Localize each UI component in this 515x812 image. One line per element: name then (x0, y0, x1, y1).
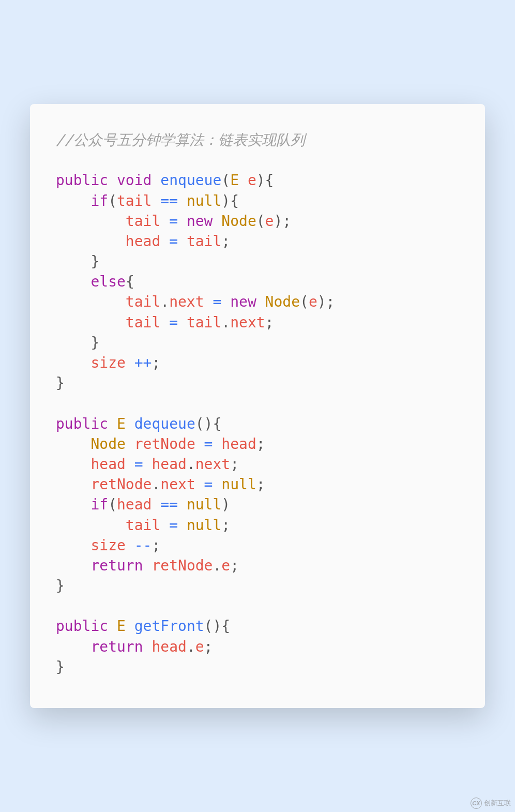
op-assign: = (169, 213, 178, 230)
op-assign: = (169, 517, 178, 534)
var-e: e (221, 557, 230, 574)
op-eq: == (160, 496, 178, 513)
kw-new: new (187, 213, 213, 230)
var-head: head (221, 435, 256, 453)
watermark-icon: CX (471, 798, 482, 809)
var-head: head (117, 496, 152, 513)
type-E: E (230, 172, 239, 189)
lit-null: null (187, 192, 221, 209)
op-eq: == (160, 192, 178, 209)
watermark: CX 创新互联 (471, 798, 511, 809)
var-tail: tail (126, 213, 160, 230)
op-assign: = (134, 456, 143, 473)
var-tail: tail (187, 233, 221, 250)
op-inc: ++ (134, 354, 152, 371)
lit-null: null (221, 476, 256, 493)
kw-if: if (90, 496, 108, 513)
fn-enqueue: enqueue (160, 172, 221, 189)
var-tail: tail (126, 293, 160, 310)
var-tail: tail (126, 517, 160, 534)
var-tail: tail (187, 314, 221, 331)
op-assign: = (213, 293, 221, 310)
type-Node: Node (265, 293, 300, 310)
kw-return: return (90, 638, 143, 655)
var-head: head (90, 456, 125, 473)
fn-dequeue: dequeue (134, 415, 195, 432)
var-e: e (195, 638, 204, 655)
var-retNode: retNode (134, 435, 195, 453)
op-assign: = (169, 233, 178, 250)
op-assign: = (204, 476, 213, 493)
var-e: e (309, 293, 317, 310)
lit-null: null (187, 517, 221, 534)
var-size: size (90, 537, 125, 554)
var-retNode: retNode (152, 557, 213, 574)
kw-if: if (90, 192, 108, 209)
watermark-text: 创新互联 (484, 799, 511, 808)
comment-line: //公众号五分钟学算法：链表实现队列 (56, 131, 305, 148)
var-next: next (169, 293, 204, 310)
var-e: e (265, 213, 274, 230)
var-size: size (90, 354, 125, 371)
code-block: //公众号五分钟学算法：链表实现队列 public void enqueue(E… (56, 130, 459, 677)
kw-else: else (90, 273, 125, 290)
param-e: e (248, 172, 256, 189)
op-dec: -- (134, 537, 152, 554)
var-tail: tail (117, 192, 152, 209)
kw-new: new (230, 293, 256, 310)
kw-void: void (117, 172, 152, 189)
type-Node: Node (90, 435, 125, 453)
type-E: E (117, 618, 126, 635)
var-head: head (152, 456, 186, 473)
code-card: //公众号五分钟学算法：链表实现队列 public void enqueue(E… (30, 104, 485, 708)
var-next: next (230, 314, 265, 331)
type-E: E (117, 415, 126, 432)
op-assign: = (204, 435, 213, 453)
fn-getFront: getFront (134, 618, 204, 635)
var-next: next (160, 476, 195, 493)
var-head: head (152, 638, 186, 655)
op-assign: = (169, 314, 178, 331)
var-next: next (195, 456, 230, 473)
var-tail: tail (126, 314, 160, 331)
kw-public: public (56, 415, 108, 432)
var-head: head (126, 233, 160, 250)
kw-public: public (56, 618, 108, 635)
lit-null: null (187, 496, 221, 513)
type-Node: Node (221, 213, 256, 230)
kw-return: return (90, 557, 143, 574)
kw-public: public (56, 172, 108, 189)
var-retNode: retNode (90, 476, 152, 493)
